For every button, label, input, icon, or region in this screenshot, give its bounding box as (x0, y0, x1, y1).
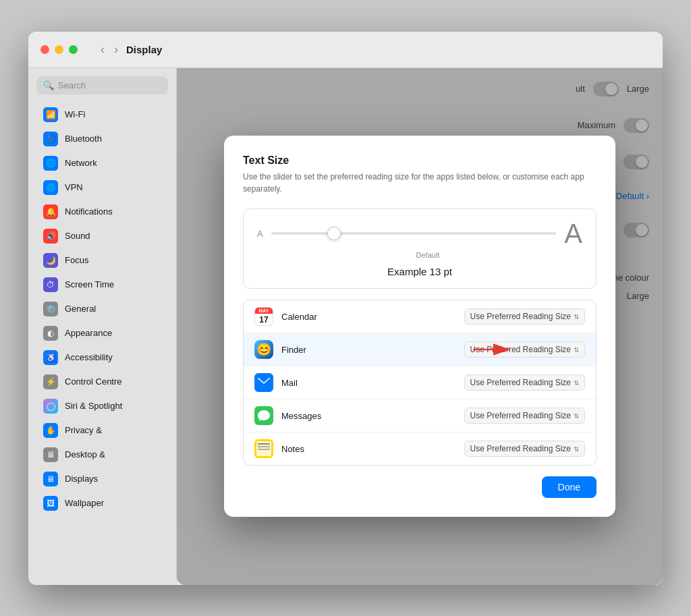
calendar-icon: MAY 17 (254, 307, 273, 326)
app-row-messages: Messages Use Preferred Reading Size ⇅ (244, 399, 596, 432)
sidebar-label-privacy: Privacy & (65, 425, 102, 435)
window-title: Display (126, 44, 162, 55)
siri-icon: ◯ (43, 399, 58, 414)
messages-name: Messages (281, 411, 464, 421)
sidebar: 🔍 Search 📶 Wi-Fi 🔵 Bluetooth 🌐 Network 🌐… (28, 68, 177, 585)
messages-dropdown[interactable]: Use Preferred Reading Size ⇅ (464, 408, 585, 424)
sidebar-item-wallpaper[interactable]: 🖼 Wallpaper (32, 491, 172, 515)
back-button[interactable]: ‹ (98, 41, 107, 58)
messages-dropdown-arrows: ⇅ (574, 412, 579, 420)
sidebar-label-general: General (65, 304, 96, 314)
sidebar-item-accessibility[interactable]: ♿ Accessibility (32, 345, 172, 370)
sidebar-item-vpn[interactable]: 🌐 VPN (32, 175, 172, 200)
calendar-month: MAY (255, 308, 273, 314)
sidebar-label-accessibility: Accessibility (65, 352, 113, 362)
mail-dropdown[interactable]: Use Preferred Reading Size ⇅ (464, 374, 585, 391)
app-row-calendar: MAY 17 Calendar Use Preferred Reading Si… (244, 300, 596, 333)
navigation: ‹ › (98, 41, 121, 58)
bluetooth-icon: 🔵 (43, 132, 58, 146)
sidebar-item-sound[interactable]: 🔊 Sound (32, 224, 172, 248)
sidebar-label-network: Network (65, 158, 97, 168)
slider-thumb[interactable] (327, 227, 341, 240)
search-icon: 🔍 (43, 80, 54, 90)
done-button[interactable]: Done (542, 476, 597, 498)
messages-icon (254, 406, 273, 425)
sidebar-label-wallpaper: Wallpaper (65, 498, 104, 508)
app-list: MAY 17 Calendar Use Preferred Reading Si… (243, 300, 597, 466)
sidebar-item-focus[interactable]: 🌙 Focus (32, 248, 172, 273)
sidebar-label-siri: Siri & Spotlight (65, 401, 122, 411)
control-centre-icon: ⚡ (43, 374, 58, 389)
slider-container: A A (257, 220, 582, 247)
mail-name: Mail (281, 378, 464, 388)
calendar-dropdown-value: Use Preferred Reading Size (470, 312, 571, 321)
sidebar-item-general[interactable]: ⚙️ General (32, 297, 172, 321)
calendar-name: Calendar (281, 312, 464, 322)
sidebar-item-screen-time[interactable]: ⏱ Screen Time (32, 273, 172, 297)
focus-icon: 🌙 (43, 253, 58, 268)
slider-track[interactable] (271, 232, 557, 235)
sidebar-label-focus: Focus (65, 255, 88, 265)
desktop-icon: 🖥 (43, 447, 58, 462)
text-size-modal: Text Size Use the slider to set the pref… (224, 136, 615, 517)
sidebar-label-desktop: Desktop & (65, 449, 105, 459)
sidebar-label-notifications: Notifications (65, 206, 113, 217)
calendar-date: 17 (259, 314, 268, 326)
appearance-icon: ◐ (43, 326, 58, 341)
messages-svg (258, 410, 270, 421)
mail-dropdown-value: Use Preferred Reading Size (470, 378, 571, 387)
sidebar-item-privacy[interactable]: ✋ Privacy & (32, 418, 172, 443)
vpn-icon: 🌐 (43, 180, 58, 195)
sidebar-label-control-centre: Control Centre (65, 376, 122, 387)
finder-name: Finder (281, 345, 464, 355)
sidebar-item-displays[interactable]: 🖥 Displays (32, 467, 172, 491)
sidebar-item-siri[interactable]: ◯ Siri & Spotlight (32, 394, 172, 418)
window-controls (40, 45, 78, 54)
sidebar-item-wifi[interactable]: 📶 Wi-Fi (32, 103, 172, 127)
sidebar-item-desktop[interactable]: 🖥 Desktop & (32, 443, 172, 467)
modal-title: Text Size (243, 155, 597, 167)
wifi-icon: 📶 (43, 107, 58, 122)
sidebar-label-bluetooth: Bluetooth (65, 134, 102, 144)
search-bar[interactable]: 🔍 Search (36, 76, 168, 94)
sidebar-item-network[interactable]: 🌐 Network (32, 151, 172, 175)
window-body: 🔍 Search 📶 Wi-Fi 🔵 Bluetooth 🌐 Network 🌐… (28, 68, 663, 585)
sound-icon: 🔊 (43, 229, 58, 244)
sidebar-label-wifi: Wi-Fi (65, 109, 85, 119)
finder-icon: 😊 (254, 340, 273, 359)
title-bar: ‹ › Display (28, 32, 663, 68)
modal-description: Use the slider to set the preferred read… (243, 171, 597, 195)
sidebar-item-notifications[interactable]: 🔔 Notifications (32, 200, 172, 224)
slider-large-a: A (564, 220, 582, 247)
example-text: Example 13 pt (257, 266, 582, 277)
slider-default-label: Default (273, 251, 582, 259)
messages-dropdown-value: Use Preferred Reading Size (470, 411, 571, 420)
modal-overlay: Text Size Use the slider to set the pref… (177, 68, 663, 585)
privacy-icon: ✋ (43, 423, 58, 438)
sidebar-item-appearance[interactable]: ◐ Appearance (32, 321, 172, 345)
modal-footer: Done (243, 476, 597, 498)
notifications-icon: 🔔 (43, 204, 58, 219)
slider-small-a: A (257, 229, 263, 239)
notes-icon (254, 439, 273, 458)
close-button[interactable] (40, 45, 49, 54)
notes-dropdown-value: Use Preferred Reading Size (470, 444, 571, 453)
calendar-dropdown[interactable]: Use Preferred Reading Size ⇅ (464, 308, 585, 325)
mail-icon (254, 373, 273, 392)
slider-section: A A Default Example 13 pt (243, 208, 597, 289)
general-icon: ⚙️ (43, 302, 58, 316)
displays-icon: 🖥 (43, 472, 58, 486)
maximize-button[interactable] (69, 45, 78, 54)
calendar-dropdown-arrows: ⇅ (574, 313, 579, 320)
sidebar-label-screen-time: Screen Time (65, 279, 114, 289)
search-placeholder: Search (58, 80, 86, 90)
notes-dropdown[interactable]: Use Preferred Reading Size ⇅ (464, 441, 585, 457)
network-icon: 🌐 (43, 156, 58, 171)
forward-button[interactable]: › (111, 41, 121, 58)
finder-dropdown-arrows: ⇅ (574, 346, 579, 354)
sidebar-item-control-centre[interactable]: ⚡ Control Centre (32, 370, 172, 394)
mail-dropdown-arrows: ⇅ (574, 379, 579, 387)
main-window: ‹ › Display 🔍 Search 📶 Wi-Fi 🔵 Bluetooth… (28, 32, 663, 585)
minimize-button[interactable] (55, 45, 63, 54)
sidebar-item-bluetooth[interactable]: 🔵 Bluetooth (32, 127, 172, 151)
